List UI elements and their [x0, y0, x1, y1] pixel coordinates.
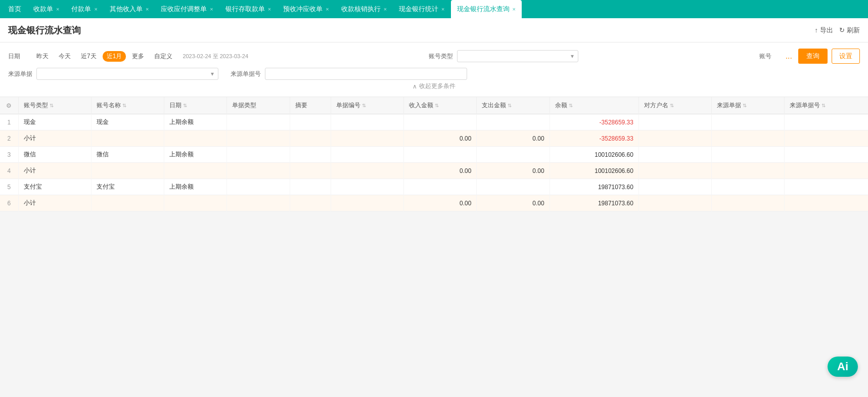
td-doc-num [331, 163, 403, 179]
date-opt-custom[interactable]: 自定义 [150, 51, 176, 62]
sort-icon[interactable]: ⇅ [122, 103, 126, 108]
sort-icon[interactable]: ⇅ [435, 103, 439, 108]
nav-tab-2[interactable]: 其他收入单 × [104, 0, 155, 18]
td-balance: 100102606.60 [550, 163, 638, 179]
td-doc-num [331, 114, 403, 130]
close-icon[interactable]: × [513, 6, 516, 12]
account-label: 账号 [759, 52, 780, 61]
td-summary [290, 130, 331, 147]
nav-tab-3[interactable]: 应收应付调整单 × [155, 0, 219, 18]
th-doc-num: 单据编号⇅ [331, 97, 403, 114]
nav-tab-0[interactable]: 收款单 × [27, 0, 65, 18]
td-doc-num [331, 147, 403, 163]
export-icon: ↑ [815, 26, 818, 34]
data-table: ⚙ 账号类型⇅ 账号名称⇅ 日期⇅ 单据类型 摘要 单据编号⇅ 收入金额⇅ [0, 97, 868, 211]
close-icon[interactable]: × [146, 6, 149, 12]
settings-button[interactable]: 设置 [832, 49, 860, 64]
date-opt-today[interactable]: 今天 [55, 51, 75, 62]
page-title: 现金银行流水查询 [8, 24, 81, 36]
td-source-doc [712, 195, 785, 211]
td-account-name [91, 195, 164, 211]
close-icon[interactable]: × [384, 6, 387, 12]
td-source-doc-num [785, 114, 868, 130]
nav-tab-6[interactable]: 收款核销执行 × [335, 0, 393, 18]
td-date: 上期余额 [164, 147, 227, 163]
td-account-name [91, 163, 164, 179]
td-date [164, 195, 227, 211]
close-icon[interactable]: × [94, 6, 97, 12]
nav-home[interactable]: 首页 [2, 5, 27, 14]
nav-tab-8[interactable]: 现金银行流水查询 × [451, 0, 522, 18]
td-source-doc [712, 163, 785, 179]
sort-icon[interactable]: ⇅ [743, 103, 747, 108]
td-income [404, 114, 477, 130]
td-balance: -3528659.33 [550, 114, 638, 130]
th-balance: 余额⇅ [550, 97, 638, 114]
th-counterparty: 对方户名⇅ [638, 97, 711, 114]
date-opt-1month[interactable]: 近1月 [103, 51, 126, 62]
date-opt-7days[interactable]: 近7天 [77, 51, 101, 62]
chevron-up-icon: ∧ [413, 83, 417, 90]
refresh-icon: ↻ [839, 26, 845, 34]
td-source-doc-num [785, 130, 868, 147]
td-summary [290, 147, 331, 163]
date-opt-more[interactable]: 更多 [128, 51, 148, 62]
td-expense [477, 114, 550, 130]
td-account-type: 微信 [18, 147, 91, 163]
th-account-type: 账号类型⇅ [18, 97, 91, 114]
td-source-doc [712, 130, 785, 147]
td-account-type: 现金 [18, 114, 91, 130]
collapse-bar[interactable]: ∧ 收起更多条件 [8, 80, 860, 91]
nav-tab-4[interactable]: 银行存取款单 × [219, 0, 277, 18]
account-dots-button[interactable]: ... [784, 52, 794, 61]
close-icon[interactable]: × [210, 6, 213, 12]
th-source-doc-num: 来源单据号⇅ [785, 97, 868, 114]
account-type-select[interactable]: ▾ [457, 50, 578, 62]
td-counterparty [638, 130, 711, 147]
refresh-button[interactable]: ↻ 刷新 [839, 26, 860, 35]
sort-icon[interactable]: ⇅ [569, 103, 573, 108]
td-counterparty [638, 179, 711, 195]
source-doc-num-label: 来源单据号 [231, 70, 261, 78]
td-account-type: 小计 [18, 130, 91, 147]
td-balance: 19871073.60 [550, 179, 638, 195]
table-row: 5 支付宝 支付宝 上期余额 19871073.60 [0, 179, 868, 195]
td-summary [290, 179, 331, 195]
table-container: ⚙ 账号类型⇅ 账号名称⇅ 日期⇅ 单据类型 摘要 单据编号⇅ 收入金额⇅ [0, 97, 868, 211]
nav-tab-5[interactable]: 预收冲应收单 × [277, 0, 335, 18]
td-expense: 0.00 [477, 163, 550, 179]
export-button[interactable]: ↑ 导出 [815, 26, 834, 35]
td-doc-type [227, 114, 290, 130]
gear-icon[interactable]: ⚙ [6, 102, 12, 109]
date-opt-yesterday[interactable]: 昨天 [32, 51, 53, 62]
td-doc-type [227, 147, 290, 163]
nav-tab-7[interactable]: 现金银行统计 × [393, 0, 450, 18]
close-icon[interactable]: × [56, 6, 59, 12]
source-doc-select[interactable]: ▾ [36, 68, 218, 80]
sort-icon[interactable]: ⇅ [670, 103, 674, 108]
nav-tab-1[interactable]: 付款单 × [65, 0, 103, 18]
sort-icon[interactable]: ⇅ [362, 103, 366, 108]
top-nav: 首页 收款单 × 付款单 × 其他收入单 × 应收应付调整单 × 银行存取款单 … [0, 0, 868, 18]
sort-icon[interactable]: ⇅ [508, 103, 512, 108]
td-source-doc-num [785, 195, 868, 211]
td-account-type: 小计 [18, 163, 91, 179]
query-button[interactable]: 查询 [798, 49, 828, 64]
td-row-num: 4 [0, 163, 18, 179]
td-summary [290, 163, 331, 179]
source-doc-num-input[interactable] [265, 68, 467, 80]
sort-icon[interactable]: ⇅ [821, 103, 826, 108]
td-balance: -3528659.33 [550, 130, 638, 147]
table-row: 2 小计 0.00 0.00 -3528659.33 [0, 130, 868, 147]
account-type-label: 账号类型 [429, 52, 453, 61]
td-source-doc-num [785, 147, 868, 163]
sort-icon[interactable]: ⇅ [183, 103, 187, 108]
filter-area: 日期 昨天 今天 近7天 近1月 更多 自定义 2023-02-24 至 202… [0, 42, 868, 97]
close-icon[interactable]: × [268, 6, 271, 12]
sort-icon[interactable]: ⇅ [50, 103, 54, 108]
date-options: 昨天 今天 近7天 近1月 更多 自定义 [32, 51, 176, 62]
td-expense [477, 147, 550, 163]
close-icon[interactable]: × [441, 6, 444, 12]
close-icon[interactable]: × [326, 6, 329, 12]
td-doc-num [331, 179, 403, 195]
